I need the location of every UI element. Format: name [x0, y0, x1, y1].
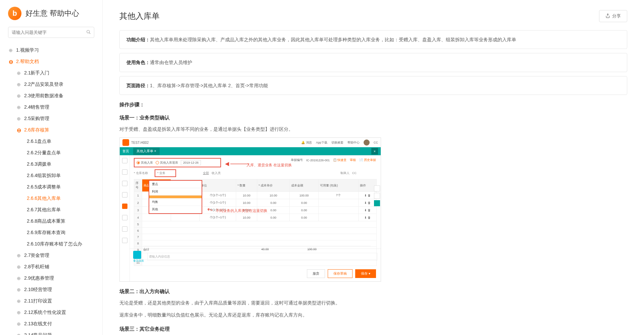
ss-side-icon [122, 192, 127, 198]
ss-side-icon [122, 158, 127, 163]
logo-icon: b [8, 7, 21, 20]
nav-item-2-13[interactable]: ⊕2.13在线支付 [0, 318, 102, 330]
scene2-title: 场景二：出入方向确认 [119, 288, 627, 295]
nav-label: 2.10经营管理 [24, 287, 52, 293]
nav-label: 2.3使用前数据准备 [24, 93, 63, 99]
filter-tab: 全部 收入类 [203, 171, 221, 175]
table-row: 6 [134, 228, 377, 234]
nav-label: 2.6.3调拨单 [27, 161, 51, 167]
ss-right-tools [374, 185, 381, 206]
nav-label: 2.5采购管理 [24, 116, 49, 122]
minus-icon: ⊖ [16, 127, 21, 133]
arrow-icon: ◄──── [224, 160, 249, 168]
nav-item-2-11[interactable]: ⊕2.11打印设置 [0, 295, 102, 307]
nav-item-video[interactable]: ⊕1.视频学习 [0, 45, 102, 56]
nav-item-2-6-9[interactable]: 2.6.9库存账本查询 [0, 227, 102, 238]
ss-note-box: 备注信息 请输入内容信息 [130, 248, 381, 265]
dd-item-highlight [149, 196, 202, 199]
ss-link: 📋 快速查 [333, 158, 347, 162]
plus-icon: ⊕ [16, 298, 21, 304]
nav-item-2-14[interactable]: ⊕2.14常见问题 [0, 330, 102, 335]
nav-item-2-6-2[interactable]: 2.6.2分量盘点单 [0, 147, 102, 159]
nav-label: 1.视频学习 [16, 47, 39, 53]
th: * 数量 [236, 179, 257, 192]
embedded-screenshot: TEST-H002 🔔 消息 App下载 切换账套 帮助中心 CC 首页 其他入… [119, 137, 381, 282]
info-text: 其他入库单用来处理除采购入库、产成品入库之外的其他入库业务，因此其他入库单可处理… [150, 37, 516, 42]
ss-avatar-icon [364, 139, 370, 146]
nav-label: 2.14常见问题 [24, 332, 52, 335]
nav-item-2-6[interactable]: ⊖2.6库存核算 [0, 124, 102, 136]
logo-area: b 好生意 帮助中心 [0, 7, 102, 27]
svg-point-0 [87, 30, 90, 33]
ss-tab-home: 首页 [122, 149, 129, 154]
ss-side-icon [122, 238, 127, 243]
nav-item-2-1[interactable]: ⊕2.1新手入门 [0, 67, 102, 79]
nav-label: 2.11打印设置 [24, 298, 52, 304]
scene2-text1: 无论是受赠，还是其他类型的业务，由于入库商品质量等原因，需要退回，这时可通过单据… [119, 299, 627, 307]
nav-item-2-8[interactable]: ⊕2.8手机旺铺 [0, 261, 102, 273]
ss-hr-item: 切换账套 [331, 141, 343, 145]
logo-text: 好生意 帮助中心 [25, 8, 79, 18]
nav-item-2-6-10[interactable]: 2.6.10库存账本错了怎么办 [0, 238, 102, 250]
plus-icon: ⊕ [16, 321, 21, 327]
nav-label: 2.6.7其他出库单 [27, 207, 61, 213]
nav-item-2-5[interactable]: ⊕2.5采购管理 [0, 113, 102, 124]
plus-icon: ⊕ [16, 70, 21, 76]
plus-icon: ⊕ [16, 116, 21, 121]
nav-item-2-6-5[interactable]: 2.6.5成本调整单 [0, 181, 102, 193]
plus-icon: ⊕ [16, 276, 21, 281]
dd-item: 重点 [149, 181, 202, 188]
search-input[interactable] [8, 27, 94, 38]
nav-item-2-6-1[interactable]: 2.6.1盘点单 [0, 136, 102, 147]
tool-icon [374, 185, 380, 191]
nav-item-2-6-8[interactable]: 2.6.8商品成本重算 [0, 216, 102, 227]
plus-icon: ⊕ [16, 93, 21, 99]
nav-item-2-2[interactable]: ⊕2.2产品安装及登录 [0, 79, 102, 90]
nav-item-2-12[interactable]: ⊕2.12系统个性化设置 [0, 307, 102, 318]
nav-item-2-6-6[interactable]: 2.6.6其他入库单 [0, 193, 102, 204]
nav-item-docs[interactable]: ⊖2.帮助文档 [0, 56, 102, 67]
nav-label: 2.6.6其他入库单 [27, 196, 61, 202]
ss-link: 审核 [350, 158, 356, 162]
nav-label: 2.6库存核算 [24, 127, 49, 133]
filter-label: * 仓库名称 [134, 171, 148, 175]
nav-item-2-4[interactable]: ⊕2.4销售管理 [0, 102, 102, 113]
ss-app-name: TEST-H002 [131, 141, 149, 145]
info-label: 使用角色： [126, 60, 150, 65]
nav-label: 2.12系统个性化设置 [24, 310, 66, 316]
table-row: 4个(1个=1个)10.000.000.00⬇ 🗑 [134, 214, 377, 221]
search-icon[interactable] [86, 30, 91, 35]
note-icon [133, 251, 141, 259]
ss-tabs: 首页 其他入库单 × × [120, 147, 381, 155]
steps-title: 操作步骤： [119, 102, 627, 108]
nav-item-2-7[interactable]: ⊕2.7资金管理 [0, 250, 102, 261]
ss-bottom-buttons: 放弃 保存草稿 保存 ▾ [307, 269, 376, 278]
nav-label: 2.13在线支付 [24, 321, 52, 327]
note-input: 请输入内容信息 [147, 253, 377, 261]
plus-icon: ⊕ [8, 48, 13, 53]
ss-left-sidebar [120, 155, 130, 281]
nav-item-2-6-7[interactable]: 2.6.7其他出库单 [0, 204, 102, 216]
ss-close-icon: × [371, 148, 378, 155]
table-row: 5 [134, 221, 377, 228]
nav-item-2-6-4[interactable]: 2.6.4组装拆卸单 [0, 170, 102, 181]
nav-item-2-6-3[interactable]: 2.6.3调拨单 [0, 159, 102, 170]
nav-label: 2.6.10库存账本错了怎么办 [27, 241, 82, 247]
nav-item-2-9[interactable]: ⊕2.9优惠券管理 [0, 273, 102, 284]
nav-item-2-3[interactable]: ⊕2.3使用前数据准备 [0, 90, 102, 102]
nav-label: 2.4销售管理 [24, 104, 49, 110]
share-button[interactable]: 分享 [599, 10, 627, 22]
btn-cancel: 放弃 [307, 269, 325, 278]
nav-label: 2.6.9库存账本查询 [27, 230, 65, 236]
nav-label: 2.6.4组装拆卸单 [27, 173, 61, 179]
ss-hr-item: App下载 [316, 141, 327, 145]
ss-logo-icon [122, 139, 129, 146]
nav-label: 2.9优惠券管理 [24, 275, 54, 281]
ss-link: 📄 历史单据 [359, 158, 376, 162]
ss-side-icon-active [122, 204, 127, 209]
page-header: 其他入库单 分享 [119, 10, 627, 22]
annotation-text: 不同业务的入库类型在这里切换 [216, 208, 267, 213]
share-label: 分享 [612, 13, 621, 19]
scene3-title: 场景三：其它业务处理 [119, 326, 627, 332]
nav-item-2-10[interactable]: ⊕2.10经营管理 [0, 284, 102, 295]
